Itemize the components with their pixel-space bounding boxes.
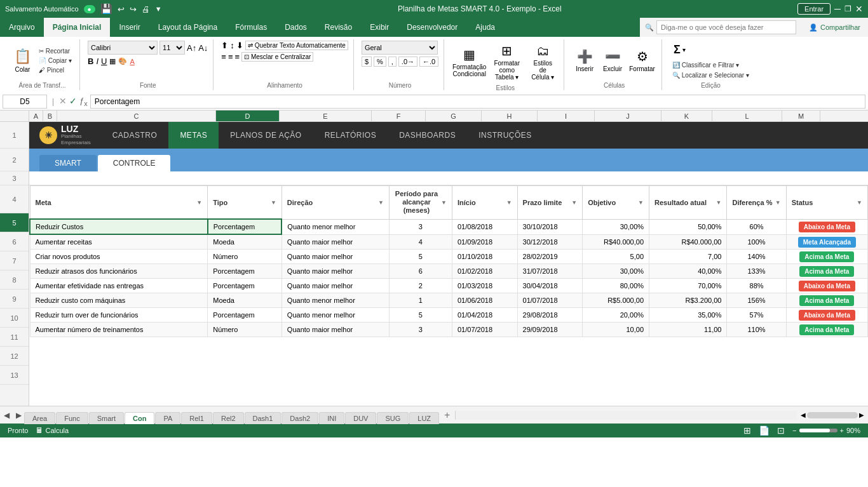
cell-periodo[interactable]: 6 (389, 264, 452, 279)
sub-tab-controle[interactable]: CONTROLE (98, 155, 171, 171)
cell-status[interactable]: Abaixo da Meta (786, 219, 867, 234)
cell-meta[interactable]: Aumentar efetividade nas entregas (30, 279, 208, 293)
cell-status[interactable]: Acima da Meta (786, 293, 867, 308)
cell-status[interactable]: Acima da Meta (786, 250, 867, 264)
sheet-tab-con[interactable]: Con (125, 412, 154, 424)
filter-periodo-icon[interactable]: ▼ (441, 199, 447, 206)
more-icon[interactable]: ▼ (155, 5, 162, 13)
cell-status[interactable]: Meta Alcançada (786, 234, 867, 250)
cell-status[interactable]: Abaixo da Meta (786, 279, 867, 293)
cell-meta[interactable]: Aumentar receitas (30, 234, 208, 250)
sheet-tab-duv[interactable]: DUV (345, 412, 376, 424)
scrollbar-thumb[interactable] (807, 412, 858, 418)
delete-cells-button[interactable]: ➖ Excluir (600, 46, 625, 75)
sheet-tab-dash2[interactable]: Dash2 (281, 412, 318, 424)
cell-prazo[interactable]: 30/04/2018 (517, 279, 583, 293)
font-family-select[interactable]: Calibri (88, 41, 158, 55)
cell-objetivo[interactable]: R$5.000,00 (583, 293, 649, 308)
cell-tipo[interactable]: Moeda (208, 234, 282, 250)
cell-objetivo[interactable]: 80,00% (583, 279, 649, 293)
conditional-format-button[interactable]: ▦ Formatação Condicional (452, 44, 487, 80)
cell-resultado[interactable]: 7,00 (649, 250, 727, 264)
nav-dashboards[interactable]: DASHBOARDS (388, 122, 467, 149)
cell-periodo[interactable]: 1 (389, 293, 452, 308)
copy-button[interactable]: 📄 Copiar ▾ (36, 57, 74, 65)
font-color-button[interactable]: A (130, 58, 134, 65)
cell-tipo[interactable]: Número (208, 323, 282, 337)
find-select-button[interactable]: 🔍 Localizar e Selecionar ▾ (670, 71, 752, 79)
cell-inicio[interactable]: 01/07/2018 (452, 323, 517, 337)
cell-objetivo[interactable]: 30,00% (583, 219, 649, 234)
sheet-tab-dash1[interactable]: Dash1 (245, 412, 281, 424)
close-icon[interactable]: ✕ (855, 4, 863, 14)
minimize-icon[interactable]: ─ (834, 4, 841, 14)
border-button[interactable]: ▦ (109, 57, 116, 65)
sheet-tab-pa[interactable]: PA (155, 412, 180, 424)
sheet-tab-area[interactable]: Area (24, 412, 55, 424)
cell-objetivo[interactable]: 10,00 (583, 323, 649, 337)
view-break-icon[interactable]: ⊡ (777, 425, 785, 436)
cell-prazo[interactable]: 01/07/2018 (517, 293, 583, 308)
cut-button[interactable]: ✂ Recortar (36, 47, 74, 55)
sheet-tab-right-icon[interactable]: ▶ (13, 411, 24, 420)
underline-button[interactable]: U (101, 57, 107, 66)
cell-direcao[interactable]: Quanto menor melhor (281, 293, 389, 308)
cell-tipo[interactable]: Porcentagem (208, 264, 282, 279)
sheet-tab-sug[interactable]: SUG (377, 412, 409, 424)
cell-resultado[interactable]: R$40.000,00 (649, 234, 727, 250)
share-button[interactable]: 👤 Compartilhar (801, 18, 868, 37)
filter-diferenca-icon[interactable]: ▼ (775, 199, 781, 206)
cell-diferenca[interactable]: 88% (727, 279, 786, 293)
search-ribbon-input[interactable] (656, 20, 796, 34)
bold-button[interactable]: B (88, 57, 93, 66)
cell-resultado[interactable]: R$3.200,00 (649, 293, 727, 308)
dec-increase-btn[interactable]: .0→ (398, 57, 417, 67)
sub-tab-smart[interactable]: SMART (39, 155, 97, 171)
cell-resultado[interactable]: 35,00% (649, 308, 727, 323)
currency-btn[interactable]: $ (362, 57, 372, 67)
filter-meta-icon[interactable]: ▼ (196, 199, 202, 206)
cell-reference-input[interactable]: D5 (3, 95, 47, 109)
nav-planos[interactable]: PLANOS DE AÇÃO (219, 122, 313, 149)
paste-button[interactable]: 📋 Colar (10, 46, 35, 76)
filter-resultado-icon[interactable]: ▼ (716, 199, 722, 206)
login-button[interactable]: Entrar (797, 3, 831, 15)
thousands-btn[interactable]: , (388, 57, 397, 67)
cell-inicio[interactable]: 01/02/2018 (452, 264, 517, 279)
horizontal-scrollbar[interactable] (455, 411, 797, 420)
align-top-icon[interactable]: ⬆ (221, 41, 228, 50)
format-table-button[interactable]: ⊞ Formatar como Tabela ▾ (489, 41, 524, 83)
view-layout-icon[interactable]: 📄 (759, 425, 770, 436)
fill-color-button[interactable]: 🎨 (118, 57, 127, 65)
cell-objetivo[interactable]: R$40.000,00 (583, 234, 649, 250)
cell-tipo[interactable]: Porcentagem (208, 308, 282, 323)
align-bottom-icon[interactable]: ⬇ (236, 41, 243, 50)
tab-ajuda[interactable]: Ajuda (466, 18, 504, 37)
cell-periodo[interactable]: 4 (389, 234, 452, 250)
cell-diferenca[interactable]: 133% (727, 264, 786, 279)
sheet-tab-left-icon[interactable]: ◀ (0, 411, 13, 420)
cell-direcao[interactable]: Quanto menor melhor (281, 308, 389, 323)
align-center-icon[interactable]: ≡ (228, 52, 233, 62)
cell-resultado[interactable]: 40,00% (649, 264, 727, 279)
cell-resultado[interactable]: 11,00 (649, 323, 727, 337)
tab-desenvolvedor[interactable]: Desenvolvedor (398, 18, 466, 37)
filter-tipo-icon[interactable]: ▼ (271, 199, 276, 206)
autosum-button[interactable]: Σ ▾ (670, 41, 689, 59)
sheet-tab-rel2[interactable]: Rel2 (213, 412, 244, 424)
scroll-right-icon[interactable]: ▶ (859, 411, 864, 418)
cell-prazo[interactable]: 28/02/2019 (517, 250, 583, 264)
cell-resultado[interactable]: 50,00% (649, 219, 727, 234)
filter-inicio-icon[interactable]: ▼ (506, 199, 512, 206)
zoom-out-icon[interactable]: − (792, 427, 796, 434)
undo-icon[interactable]: ↩ (118, 4, 125, 14)
filter-objetivo-icon[interactable]: ▼ (638, 199, 644, 206)
cell-resultado[interactable]: 70,00% (649, 279, 727, 293)
nav-relatorios[interactable]: RELATÓRIOS (313, 122, 388, 149)
tab-revisao[interactable]: Revisão (316, 18, 361, 37)
cell-status[interactable]: Acima da Meta (786, 323, 867, 337)
cell-diferenca[interactable]: 156% (727, 293, 786, 308)
cell-periodo[interactable]: 3 (389, 323, 452, 337)
filter-direcao-icon[interactable]: ▼ (378, 199, 384, 206)
cell-meta[interactable]: Reduzir custo com máquinas (30, 293, 208, 308)
